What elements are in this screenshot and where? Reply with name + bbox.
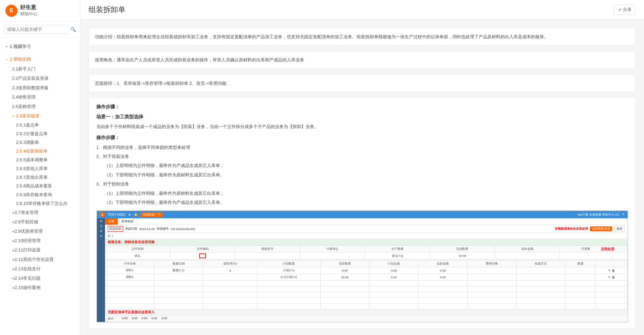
- mock-lower-r1-c2: [203, 274, 258, 281]
- mock-upper-th-4: 生产数量: [365, 246, 430, 253]
- mock-date-value: 2019-12-26: [139, 227, 155, 231]
- role-intro-block: 使用角色：通常由生产人员或库管人员完成拆装业务的操作，库管人员确认原材料的出库和…: [89, 51, 636, 69]
- sidebar-item-inventory-error[interactable]: 2.6.10库存账本错了怎么办: [0, 199, 80, 208]
- sidebar-item-stocktake[interactable]: 2.6.1盘点单: [0, 121, 80, 129]
- plus-icon: +: [5, 44, 8, 49]
- sidebar-item-transfer[interactable]: 2.6.3调拨单: [0, 138, 80, 147]
- search-box: 🔍: [0, 21, 80, 38]
- faq-plus-icon: +: [12, 276, 15, 281]
- sidebar-item-sales[interactable]: 2.4销售管理: [0, 93, 80, 102]
- mock-lower-r0-c9: [566, 267, 596, 274]
- screenshot-container: 6 TEST-H002 ▼ 🔔 同源新建一下 App下载 在线客服 帮助中心 C…: [96, 210, 628, 323]
- sidebar-item-coupon[interactable]: + 2.9优惠券管理: [0, 227, 80, 236]
- mock-lower-table: 子件名称 数量比例 损耗率(%) 计划数量 实际数量 计划金额 实际金额 费用分…: [105, 260, 628, 309]
- path-intro-block: 页面路径：1、库存核算->库存管理->组装拆卸单 2、首页->常用功能: [89, 74, 636, 92]
- sidebar-item-faq[interactable]: + 2.14常见问题: [0, 274, 80, 283]
- sidebar-item-video[interactable]: + 1.视频学习: [0, 42, 80, 52]
- sidebar-item-ops[interactable]: + 2.10经营管理: [0, 236, 80, 245]
- mock-footer-v1: 0.00: [122, 317, 128, 321]
- sidebar-item-system[interactable]: + 2.12系统个性化设置: [0, 255, 80, 264]
- mock-upper-cell-spec: [235, 253, 300, 260]
- mock-new-btn: 同源新建一下: [141, 212, 163, 217]
- sidebar-item-docs-label: 2.帮助文档: [10, 56, 31, 62]
- sidebar-item-case-label: 2.15操作案例: [15, 285, 41, 291]
- mock-enable-text: 启用处理: [601, 247, 614, 251]
- sidebar-item-partial-stocktake[interactable]: 2.6.2分量盘点单: [0, 129, 80, 138]
- sidebar-item-print[interactable]: + 2.11打印设置: [0, 245, 80, 255]
- mock-num-label: 单据编号: [157, 227, 169, 231]
- ops-plus-icon: +: [12, 238, 15, 243]
- mock-lower-r1-c9: [566, 274, 596, 281]
- mock-upper-cell-avail: [560, 253, 612, 260]
- search-input[interactable]: [4, 25, 69, 34]
- mock-lower-r0-c7: [467, 267, 516, 274]
- inventory-minus-icon: −: [12, 114, 15, 119]
- mock-lower-r1-c6: 0.00: [418, 274, 467, 281]
- mock-lower-r1-c7: [467, 274, 516, 281]
- sidebar-item-faq-label: 2.14常见问题: [15, 275, 41, 281]
- mock-footer-v2: 0.00: [132, 317, 138, 321]
- sidebar-item-system-label: 2.12系统个性化设置: [15, 257, 54, 263]
- mock-upper-th-1: 父件编码: [170, 246, 235, 253]
- step-1: 1、根据不同的业务，选择不同单据的类型来处理: [96, 144, 628, 151]
- sidebar-item-finance[interactable]: + 2.7资金管理: [0, 208, 80, 217]
- mock-lower-th-1: 数量比例: [154, 261, 203, 267]
- finance-plus-icon: +: [12, 210, 15, 215]
- sidebar-item-other-in[interactable]: 2.6.6其他入库单: [0, 164, 80, 173]
- func-intro-text: 功能介绍：组装拆卸单用来处理企业组装或拆卸等加工业务，支持有固定装配清单的产品加…: [95, 34, 548, 39]
- sidebar-item-mobile[interactable]: + 2.8手机旺铺: [0, 217, 80, 227]
- mock-lower-th-2: 损耗率(%): [203, 261, 258, 267]
- mock-lower-row-1: 用料2 4+1计划(+1) 30.00 0.00 0.00: [105, 274, 628, 281]
- mock-sub-label: 处 1: [108, 234, 113, 237]
- sidebar-item-mobile-label: 2.8手机旺铺: [15, 219, 38, 225]
- mock-lower-th-9: 数量: [566, 261, 596, 267]
- mock-lower-th-3: 计划数量: [257, 261, 320, 267]
- sidebar-item-cost-adjust[interactable]: 2.6.5成本调整单: [0, 156, 80, 164]
- mock-titlebar-right: App下载 在线客服 帮助中心 CC ✕: [577, 213, 625, 217]
- mock-type-select: 组装拆卸: [108, 226, 123, 232]
- mock-lower-r0-c8: [516, 267, 565, 274]
- sidebar-item-purchase[interactable]: 2.5采购管理: [0, 102, 80, 111]
- sidebar-item-newbie[interactable]: 2.1新手入门: [0, 64, 80, 74]
- mock-icon-sidebar: ⊞ ☰ ⚙ ✉: [97, 218, 105, 322]
- step-3-1: （1）上部明细为父件明细，最终作为原材料生成其它出库单；: [96, 189, 628, 197]
- mock-icon-1: ⊞: [100, 220, 102, 223]
- mock-upper-cell-cost: [495, 253, 560, 260]
- sidebar-item-inventory-query[interactable]: 2.6.9库存账本查询: [0, 190, 80, 199]
- share-button[interactable]: ↗ 分享: [613, 5, 636, 15]
- sidebar-item-online-pay[interactable]: + 2.13在线支付: [0, 264, 80, 274]
- mock-layout: ⊞ ☰ ⚙ ✉ 自费 新增单据: [97, 218, 628, 322]
- mock-upper-th-6: 成本金额: [495, 246, 560, 253]
- mock-content-area: 自费 新增单据 组装拆卸 单据日期 2019-12-26 单据编号 AD-201…: [105, 218, 628, 322]
- sidebar-item-data-prep[interactable]: 2.3使用前数据准备: [0, 83, 80, 93]
- print-plus-icon: +: [12, 248, 15, 253]
- mock-lower-th-0: 子件名称: [105, 261, 154, 267]
- sidebar-item-other-out[interactable]: 2.6.7其他出库单: [0, 173, 80, 182]
- func-intro-block: 功能介绍：组装拆卸单用来处理企业组装或拆卸等加工业务，支持有固定装配清单的产品加…: [89, 28, 636, 46]
- sidebar-item-docs[interactable]: − 2.帮助文档: [0, 54, 80, 64]
- mock-footer: 合计 0.00 0.00 0.00 0.00 0.00: [105, 315, 628, 322]
- search-icon[interactable]: 🔍: [70, 27, 76, 32]
- sidebar-item-case[interactable]: + 2.15操作案例: [0, 283, 80, 292]
- mock-upper-cell-code: [170, 253, 235, 260]
- mock-close-icon: ✕: [622, 213, 625, 217]
- sidebar-header: 6 好生意 帮助中心: [0, 0, 80, 21]
- role-intro-text: 使用角色：通常由生产人员或库管人员完成拆装业务的操作，库管人员确认原材料的出库和…: [95, 57, 304, 62]
- mock-footer-v3: 0.00: [142, 317, 148, 321]
- mock-lower-area: 子件名称 数量比例 损耗率(%) 计划数量 实际数量 计划金额 实际金额 费用分…: [105, 260, 628, 309]
- mock-lower-row-5: [105, 298, 628, 303]
- mock-icon-3: ⚙: [100, 230, 102, 233]
- path-intro-text: 页面路径：1、库存核算->库存管理->组装拆卸单 2、首页->常用功能: [95, 81, 226, 86]
- sidebar-item-print-label: 2.11打印设置: [15, 247, 41, 253]
- sidebar-item-coupon-label: 2.9优惠券管理: [15, 228, 43, 234]
- mock-select-list-btn: 选择装配清单: [590, 226, 612, 231]
- mock-app: 6 TEST-H002 ▼ 🔔 同源新建一下 App下载 在线客服 帮助中心 C…: [97, 211, 628, 322]
- mock-tab-new: 新增单据: [118, 218, 137, 225]
- mock-footer-v5: 0.00: [161, 317, 167, 321]
- sidebar-item-install[interactable]: 2.2产品安装及登录: [0, 74, 80, 83]
- sidebar-item-assembly[interactable]: 2.6.4组装拆卸单: [0, 147, 80, 156]
- sidebar-item-cost-recalc[interactable]: 2.6.8商品成本重算: [0, 182, 80, 190]
- sidebar-item-inventory[interactable]: − 2.6库存核算: [0, 111, 80, 121]
- operations-title: 操作步骤：: [96, 104, 628, 110]
- mock-icon-2: ☰: [100, 225, 102, 228]
